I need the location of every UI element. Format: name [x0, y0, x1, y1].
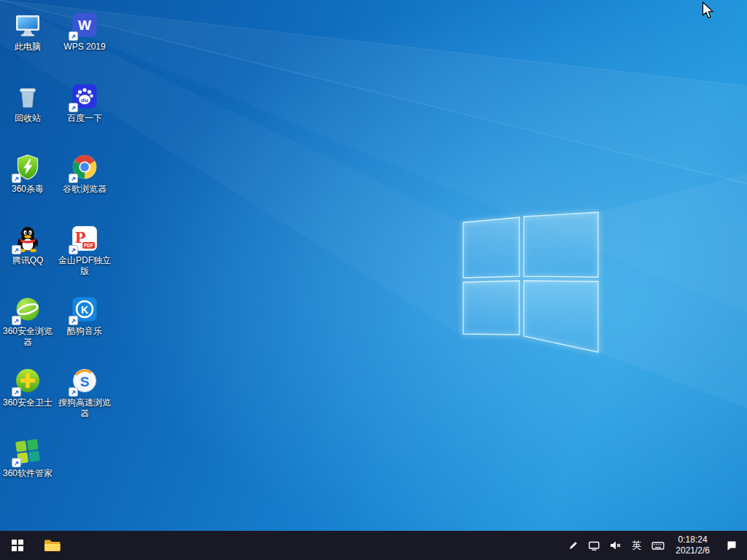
- shortcut-arrow-icon: [69, 387, 78, 397]
- touch-keyboard-button[interactable]: [647, 531, 669, 560]
- taskbar: 英 0:18:24 2021/2/6: [0, 531, 747, 560]
- shortcut-arrow-icon: [12, 458, 21, 467]
- desktop-icon-wps-2019[interactable]: W WPS 2019: [58, 10, 112, 52]
- action-center-icon: [726, 540, 738, 551]
- desktop-icon-kugou-music[interactable]: K 酷狗音乐: [58, 295, 112, 337]
- start-button[interactable]: [0, 531, 35, 560]
- icon-label: 金山PDF独立版: [58, 255, 112, 277]
- wps-2019-icon: W: [70, 10, 99, 39]
- recycle-bin-icon: [13, 82, 42, 111]
- icon-label: 此电脑: [1, 42, 55, 52]
- desktop-icon-360-safeguard[interactable]: 360安全卫士: [1, 366, 55, 408]
- shortcut-arrow-icon: [69, 316, 78, 325]
- network-tray-button[interactable]: [584, 531, 605, 560]
- svg-text:S: S: [80, 374, 90, 389]
- system-tray: 英 0:18:24 2021/2/6: [563, 531, 747, 560]
- desktop-icon-360-antivirus[interactable]: 360杀毒: [1, 152, 55, 195]
- icon-label: 360软件管家: [1, 468, 55, 479]
- shortcut-arrow-icon: [69, 31, 78, 41]
- baidu-icon: du: [70, 82, 99, 111]
- chrome-icon: [70, 152, 99, 182]
- wallpaper: [0, 0, 747, 560]
- action-center-button[interactable]: [716, 531, 747, 560]
- touch-keyboard-icon: [651, 540, 665, 551]
- icon-label: 酷狗音乐: [58, 326, 112, 337]
- desktop-icon-recycle-bin[interactable]: 回收站: [1, 82, 55, 124]
- kugou-music-icon: K: [70, 295, 99, 324]
- desktop-icon-kingsoft-pdf[interactable]: P PDF 金山PDF独立版: [58, 224, 112, 277]
- icon-label: 360安全卫士: [1, 397, 55, 408]
- shortcut-arrow-icon: [69, 103, 78, 112]
- svg-text:K: K: [81, 304, 88, 316]
- pen-tray-button[interactable]: [563, 531, 584, 560]
- clock-date: 2021/2/6: [676, 545, 710, 556]
- sogou-browser-icon: S: [70, 366, 99, 395]
- shortcut-arrow-icon: [69, 174, 78, 183]
- icon-label: 回收站: [1, 113, 55, 124]
- windows-logo: [463, 212, 598, 352]
- 360-software-manager-icon: [13, 437, 42, 466]
- tencent-qq-icon: [13, 224, 42, 253]
- icon-label: 谷歌浏览器: [58, 184, 112, 195]
- shortcut-arrow-icon: [12, 316, 21, 325]
- taskbar-clock[interactable]: 0:18:24 2021/2/6: [669, 531, 716, 560]
- file-explorer-button[interactable]: [35, 531, 70, 560]
- icon-label: 百度一下: [58, 113, 112, 124]
- shortcut-arrow-icon: [69, 245, 78, 254]
- icon-label: 360安全浏览器: [1, 326, 55, 348]
- file-explorer-icon: [44, 538, 61, 553]
- shortcut-arrow-icon: [12, 174, 21, 183]
- volume-muted-icon: [609, 540, 622, 551]
- svg-text:du: du: [81, 97, 88, 104]
- windows-start-icon: [12, 540, 23, 551]
- clock-time: 0:18:24: [678, 534, 708, 545]
- icon-label: 搜狗高速浏览器: [58, 397, 112, 419]
- icon-label: 360杀毒: [1, 184, 55, 195]
- 360-safeguard-icon: [13, 366, 42, 395]
- volume-tray-button[interactable]: [605, 531, 626, 560]
- desktop-icon-360-software-manager[interactable]: 360软件管家: [1, 437, 55, 479]
- shortcut-arrow-icon: [12, 387, 21, 397]
- 360-antivirus-icon: [13, 152, 42, 182]
- ime-indicator[interactable]: 英: [626, 531, 647, 560]
- 360-secure-browser-icon: [13, 295, 42, 324]
- icon-label: 腾讯QQ: [1, 255, 55, 266]
- shortcut-arrow-icon: [12, 245, 21, 254]
- desktop: 此电脑 回收站 360杀毒: [0, 0, 747, 560]
- pen-icon: [568, 540, 579, 551]
- desktop-icon-chrome[interactable]: 谷歌浏览器: [58, 152, 112, 195]
- svg-text:W: W: [78, 18, 91, 33]
- this-pc-icon: [13, 10, 42, 39]
- kingsoft-pdf-icon: P PDF: [70, 224, 99, 253]
- desktop-icon-this-pc[interactable]: 此电脑: [1, 10, 55, 52]
- svg-text:PDF: PDF: [84, 243, 93, 248]
- icon-label: WPS 2019: [58, 42, 112, 52]
- desktop-icon-tencent-qq[interactable]: 腾讯QQ: [1, 224, 55, 266]
- network-icon: [588, 540, 600, 551]
- desktop-icon-360-secure-browser[interactable]: 360安全浏览器: [1, 295, 55, 348]
- desktop-icon-sogou-browser[interactable]: S 搜狗高速浏览器: [58, 366, 112, 419]
- desktop-icon-baidu[interactable]: du 百度一下: [58, 82, 112, 124]
